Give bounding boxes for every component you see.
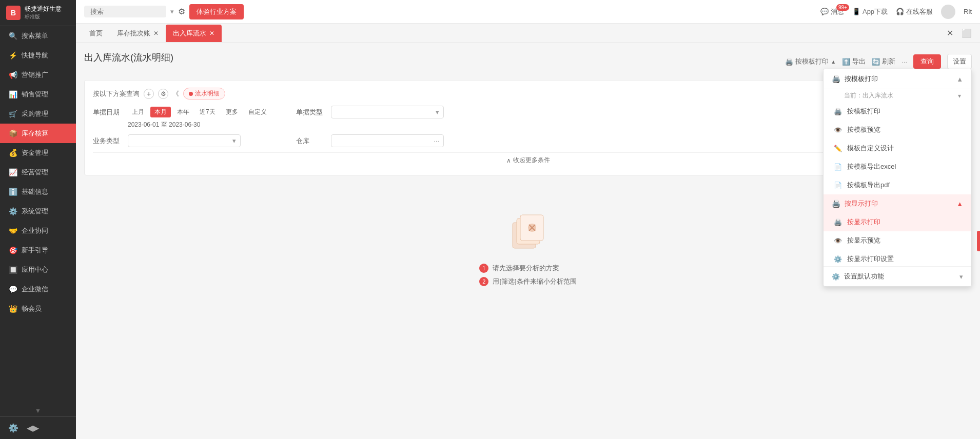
topbar-settings-icon[interactable]: ⚙	[178, 7, 185, 16]
settings-button[interactable]: 设置	[947, 54, 972, 69]
more-options-icon[interactable]: ···	[901, 58, 907, 66]
voucher-type-chevron-icon: ▾	[436, 108, 439, 116]
app-edition: 标准版	[25, 13, 62, 21]
set-default-function-button[interactable]: ⚙️ 设置默认功能	[832, 272, 884, 281]
sidebar-item-basic-info[interactable]: ℹ️ 基础信息	[0, 182, 76, 202]
page-title: 出入库流水(流水明细)	[84, 51, 173, 64]
date-tab-7days[interactable]: 近7天	[195, 107, 220, 117]
date-tab-more[interactable]: 更多	[222, 107, 242, 117]
dropdown-item-display-preview[interactable]: 👁️ 按显示预览	[824, 231, 971, 250]
search-input[interactable]	[84, 6, 166, 17]
print-template-button[interactable]: 🖨️ 按模板打印 ▲	[785, 57, 836, 66]
dropdown-header-arrow-icon[interactable]: ▲	[956, 75, 963, 83]
sidebar-item-label: 新手引导	[22, 246, 48, 255]
filter-collapse-icon[interactable]: 《	[172, 89, 179, 98]
business-type-select[interactable]: ​ ▾	[128, 134, 241, 147]
sidebar-item-label: 资金管理	[22, 148, 48, 157]
sidebar-item-operations[interactable]: 📈 经营管理	[0, 163, 76, 182]
marketing-icon: 📢	[8, 70, 17, 79]
warehouse-label: 仓库	[296, 136, 327, 146]
sidebar-item-quick-nav[interactable]: ⚡ 快捷导航	[0, 46, 76, 65]
tab-home[interactable]: 首页	[82, 25, 110, 42]
date-tab-last-month[interactable]: 上月	[128, 107, 148, 117]
filter-add-button[interactable]: +	[144, 89, 154, 99]
sidebar-item-sales[interactable]: 📊 销售管理	[0, 85, 76, 104]
query-button[interactable]: 查询	[913, 54, 941, 69]
sidebar-item-finance[interactable]: 💰 资金管理	[0, 143, 76, 163]
dropdown-item-template-preview[interactable]: 👁️ 按模板预览	[824, 121, 971, 139]
online-service-button[interactable]: 🎧 在线客服	[896, 7, 933, 16]
username-label: Rit	[964, 8, 972, 15]
voucher-type-select[interactable]: ​ ▾	[331, 106, 444, 118]
warehouse-select[interactable]: ​ ···	[331, 134, 444, 147]
empty-step-2: 2 用[筛选]条件来缩小分析范围	[479, 277, 576, 286]
sidebar-item-search[interactable]: 🔍 搜索菜单	[0, 26, 76, 46]
export-icon: ⬆️	[842, 58, 850, 66]
sidebar-item-inventory[interactable]: 📦 库存核算	[0, 124, 76, 143]
step-1-number: 1	[479, 264, 488, 273]
sidebar: B 畅捷通好生意 标准版 🔍 搜索菜单 ⚡ 快捷导航 📢 营销推广 📊	[0, 0, 76, 439]
dropdown-item-display-print[interactable]: 🖨️ 按显示打印	[824, 213, 971, 231]
display-print-section-header[interactable]: 🖨️ 按显示打印 ▲	[824, 194, 971, 213]
dropdown-item-template-export-pdf[interactable]: 📄 按模板导出pdf	[824, 176, 971, 194]
sidebar-item-wechat[interactable]: 💬 企业微信	[0, 280, 76, 299]
date-tab-custom[interactable]: 自定义	[244, 107, 271, 117]
tab-batch-account[interactable]: 库存批次账 ✕	[110, 25, 166, 42]
date-tab-this-year[interactable]: 本年	[173, 107, 193, 117]
refresh-icon: 🔄	[872, 58, 880, 66]
sidebar-item-cooperation[interactable]: 🤝 企业协同	[0, 221, 76, 241]
dropdown-footer-arrow-icon: ▾	[959, 273, 963, 281]
collapse-up-icon: ∧	[506, 157, 511, 164]
business-type-chevron-icon: ▾	[232, 137, 236, 145]
inventory-icon: 📦	[8, 129, 17, 138]
date-tab-this-month[interactable]: 本月	[150, 107, 171, 117]
sidebar-item-app-center[interactable]: 🔲 应用中心	[0, 260, 76, 280]
sidebar-item-member[interactable]: 👑 畅会员	[0, 299, 76, 318]
tab-in-out-flow-close-icon[interactable]: ✕	[209, 30, 214, 37]
dropdown-item-label: 按模板导出pdf	[847, 181, 890, 190]
display-print-section-label: 按显示打印	[845, 199, 878, 208]
tab-maximize-button[interactable]: ⬜	[959, 27, 974, 39]
finance-icon: 💰	[8, 148, 17, 157]
trial-button[interactable]: 体验行业方案	[189, 4, 244, 19]
sidebar-item-purchase[interactable]: 🛒 采购管理	[0, 104, 76, 124]
dropdown-item-template-print[interactable]: 🖨️ 按模板打印	[824, 102, 971, 121]
dropdown-item-label: 按显示打印设置	[847, 254, 894, 264]
tab-batch-account-close-icon[interactable]: ✕	[153, 30, 159, 37]
sidebar-item-system[interactable]: ⚙️ 系统管理	[0, 202, 76, 221]
print-template-arrow-icon: ▲	[831, 59, 836, 65]
wechat-icon: 💬	[8, 285, 17, 294]
tab-minimize-button[interactable]: ✕	[945, 27, 955, 39]
sidebar-item-guide[interactable]: 🎯 新手引导	[0, 241, 76, 260]
right-panel-indicator[interactable]	[977, 231, 980, 251]
settings-icon[interactable]: ⚙️	[8, 423, 18, 433]
dropdown-item-display-print-settings[interactable]: ⚙️ 按显示打印设置	[824, 250, 971, 266]
user-avatar[interactable]	[941, 5, 955, 19]
current-label-arrow-icon: ▾	[958, 92, 961, 99]
app-brand-name: 畅捷通好生意	[25, 5, 62, 13]
sidebar-item-marketing[interactable]: 📢 营销推广	[0, 65, 76, 85]
filter-settings-button[interactable]: ⚙	[158, 89, 168, 99]
online-service-label: 在线客服	[906, 7, 933, 16]
tab-in-out-flow[interactable]: 出入库流水 ✕	[166, 25, 222, 42]
app-download-button[interactable]: 📱 App下载	[852, 7, 888, 16]
search-chevron-icon[interactable]: ▾	[170, 8, 174, 15]
refresh-button[interactable]: 🔄 刷新	[872, 57, 895, 66]
dropdown-item-template-export-excel[interactable]: 📄 按模板导出excel	[824, 157, 971, 176]
filter-collapse-label: 收起更多条件	[513, 156, 550, 165]
display-preview-icon: 👁️	[834, 237, 842, 245]
message-badge: 99+	[836, 4, 849, 11]
sidebar-item-label: 经营管理	[22, 168, 48, 177]
dropdown-header-title: 按模板打印	[845, 74, 878, 84]
template-preview-icon: 👁️	[834, 126, 842, 134]
message-button[interactable]: 💬 消息 99+	[820, 7, 844, 16]
tab-in-out-flow-label: 出入库流水	[173, 29, 206, 38]
basic-info-icon: ℹ️	[8, 187, 17, 196]
export-button[interactable]: ⬆️ 导出	[842, 57, 866, 66]
business-type-label: 业务类型	[93, 136, 124, 146]
collapse-sidebar-icon[interactable]: ◀▶	[27, 423, 39, 433]
print-dropdown-panel: 🖨️ 按模板打印 ▲ 当前：出入库流水 ▾ 🖨️ 按模板打印	[823, 69, 972, 287]
member-icon: 👑	[8, 304, 17, 313]
dropdown-item-template-custom[interactable]: ✏️ 模板自定义设计	[824, 139, 971, 157]
dropdown-print-icon: 🖨️	[832, 75, 840, 83]
